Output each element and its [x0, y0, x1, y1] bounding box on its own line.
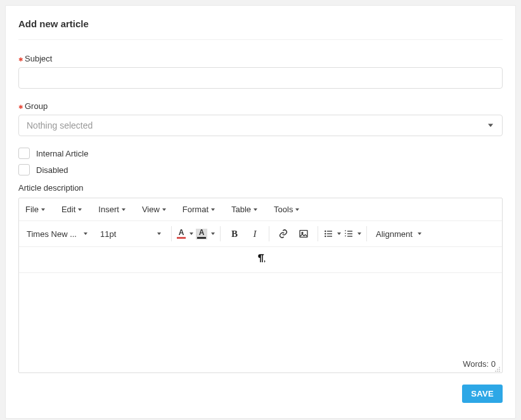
text-color-button[interactable]: A — [177, 229, 193, 239]
chevron-down-icon — [157, 232, 161, 235]
link-button[interactable] — [274, 225, 292, 243]
menu-insert[interactable]: Insert — [96, 203, 128, 215]
chevron-down-icon — [162, 208, 166, 211]
checkbox-icon — [18, 148, 30, 159]
bold-button[interactable]: B — [226, 225, 243, 243]
chevron-down-icon — [84, 232, 87, 235]
internal-article-checkbox[interactable]: Internal Article — [18, 148, 503, 159]
internal-label: Internal Article — [36, 149, 88, 158]
svg-point-18 — [497, 371, 498, 372]
bullet-list-icon — [323, 229, 333, 239]
menu-view[interactable]: View — [139, 203, 169, 215]
chevron-down-icon — [41, 208, 45, 211]
chevron-down-icon — [190, 232, 193, 235]
chevron-down-icon — [418, 232, 421, 235]
svg-point-2 — [325, 231, 326, 232]
group-select[interactable]: Nothing selected — [18, 115, 503, 136]
disabled-checkbox[interactable]: Disabled — [18, 164, 503, 175]
link-icon — [278, 229, 288, 239]
bullet-list-button[interactable] — [323, 229, 341, 239]
group-label: ✱Group — [18, 101, 503, 111]
svg-rect-12 — [345, 233, 346, 234]
divider — [18, 39, 503, 40]
resize-handle-icon[interactable] — [494, 365, 501, 371]
article-form-card: Add new article ✱Subject ✱Group Nothing … — [5, 5, 516, 419]
menu-tools[interactable]: Tools — [271, 203, 302, 215]
subject-input[interactable] — [18, 67, 503, 89]
font-size-select[interactable]: 11pt — [95, 225, 166, 243]
svg-rect-13 — [345, 236, 346, 236]
menu-file[interactable]: File — [23, 203, 48, 215]
group-placeholder: Nothing selected — [27, 120, 93, 130]
menu-format[interactable]: Format — [180, 203, 217, 215]
font-family-select[interactable]: Times New ... — [22, 225, 93, 243]
pilcrow-icon — [255, 253, 266, 264]
checkbox-icon — [18, 164, 30, 175]
toolbar-divider — [269, 226, 269, 241]
toolbar-divider — [318, 226, 318, 241]
svg-point-15 — [497, 369, 498, 370]
chevron-down-icon — [488, 124, 493, 127]
svg-rect-9 — [347, 233, 352, 234]
numbered-list-button[interactable] — [344, 229, 361, 239]
chevron-down-icon — [211, 232, 215, 235]
chevron-down-icon — [78, 208, 82, 211]
paragraph-direction-button[interactable] — [24, 250, 497, 267]
svg-rect-7 — [327, 236, 332, 236]
svg-rect-10 — [347, 236, 352, 236]
svg-point-17 — [495, 371, 496, 372]
toolbar-divider — [366, 226, 367, 241]
italic-button[interactable]: I — [246, 225, 264, 243]
background-color-button[interactable]: A — [196, 229, 215, 239]
svg-point-16 — [499, 369, 500, 370]
svg-point-19 — [499, 371, 500, 372]
rich-text-editor: File Edit Insert View Format Table Tools… — [18, 198, 503, 373]
alignment-select[interactable]: Alignment — [372, 225, 425, 243]
menu-edit[interactable]: Edit — [59, 203, 84, 215]
chevron-down-icon — [337, 232, 341, 235]
chevron-down-icon — [295, 208, 299, 211]
chevron-down-icon — [122, 208, 125, 211]
form-actions: SAVE — [18, 385, 503, 403]
chevron-down-icon — [211, 208, 215, 211]
svg-point-4 — [325, 236, 326, 237]
toolbar-divider — [171, 226, 172, 241]
toolbar-divider — [220, 226, 221, 241]
svg-point-1 — [302, 232, 303, 234]
svg-rect-8 — [347, 231, 352, 231]
editor-footer: Words: 0 — [19, 355, 502, 372]
svg-rect-5 — [327, 231, 332, 231]
svg-rect-11 — [345, 231, 346, 231]
page-title: Add new article — [18, 18, 503, 29]
description-label: Article description — [18, 183, 503, 193]
menu-table[interactable]: Table — [229, 203, 260, 215]
subject-label: ✱Subject — [18, 54, 503, 63]
word-count: Words: 0 — [463, 359, 496, 369]
image-icon — [299, 229, 309, 239]
disabled-label: Disabled — [36, 165, 68, 175]
svg-point-14 — [499, 367, 500, 368]
editor-toolbar: Times New ... 11pt A A B I — [19, 221, 502, 247]
chevron-down-icon — [254, 208, 257, 211]
editor-toolbar-row-2 — [19, 247, 502, 273]
numbered-list-icon — [344, 229, 354, 239]
editor-content[interactable] — [19, 273, 502, 355]
save-button[interactable]: SAVE — [462, 385, 503, 403]
editor-menubar: File Edit Insert View Format Table Tools — [19, 198, 502, 221]
svg-point-3 — [325, 233, 326, 234]
svg-rect-6 — [327, 233, 332, 234]
chevron-down-icon — [357, 232, 361, 235]
image-button[interactable] — [295, 225, 312, 243]
